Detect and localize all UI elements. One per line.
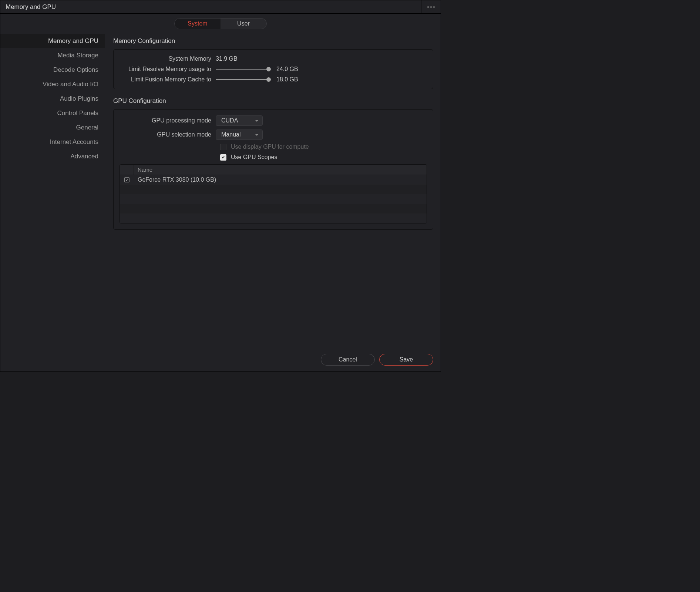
gpu-processing-value: CUDA xyxy=(221,117,238,124)
gpu-header-name: Name xyxy=(134,166,152,173)
gpu-table: Name GeForce RTX 3080 (10.0 GB) xyxy=(120,164,427,223)
gpu-row-empty xyxy=(120,194,427,204)
sidebar-item-video-audio-io[interactable]: Video and Audio I/O xyxy=(0,77,105,91)
system-memory-label: System Memory xyxy=(120,56,216,62)
gpu-row[interactable]: GeForce RTX 3080 (10.0 GB) xyxy=(120,175,427,185)
resolve-memory-slider[interactable] xyxy=(216,69,271,70)
sidebar-item-control-panels[interactable]: Control Panels xyxy=(0,106,105,120)
gpu-row-empty xyxy=(120,204,427,213)
save-button[interactable]: Save xyxy=(379,354,433,366)
gpu-processing-label: GPU processing mode xyxy=(120,117,216,124)
dots-icon xyxy=(430,6,432,8)
cancel-button[interactable]: Cancel xyxy=(321,354,375,366)
gpu-row-empty xyxy=(120,213,427,223)
use-display-gpu-label: Use display GPU for compute xyxy=(231,144,309,150)
use-display-gpu-checkbox xyxy=(220,144,226,150)
top-tabs: System User xyxy=(0,14,441,34)
gpu-row-checkbox[interactable] xyxy=(124,177,129,182)
memory-panel: System Memory 31.9 GB Limit Resolve Memo… xyxy=(113,49,433,89)
fusion-memory-value: 18.0 GB xyxy=(276,76,298,83)
gpu-section-title: GPU Configuration xyxy=(113,97,433,105)
fusion-memory-label: Limit Fusion Memory Cache to xyxy=(120,76,216,83)
gpu-selection-value: Manual xyxy=(221,131,240,138)
sidebar-item-media-storage[interactable]: Media Storage xyxy=(0,48,105,63)
chevron-down-icon xyxy=(255,120,259,122)
system-user-segmented: System User xyxy=(174,18,267,29)
sidebar-item-internet-accounts[interactable]: Internet Accounts xyxy=(0,135,105,149)
titlebar: Memory and GPU xyxy=(0,0,441,14)
tab-user[interactable]: User xyxy=(221,18,266,29)
gpu-header-checkbox-col xyxy=(120,165,134,175)
window-title: Memory and GPU xyxy=(0,3,56,11)
footer: Cancel Save xyxy=(113,347,433,366)
main-content: Memory Configuration System Memory 31.9 … xyxy=(105,34,441,372)
fusion-memory-slider[interactable] xyxy=(216,79,271,80)
chevron-down-icon xyxy=(255,134,259,136)
system-memory-value: 31.9 GB xyxy=(216,56,238,62)
sidebar-item-audio-plugins[interactable]: Audio Plugins xyxy=(0,91,105,106)
gpu-processing-dropdown[interactable]: CUDA xyxy=(216,115,263,126)
options-menu-button[interactable] xyxy=(421,0,441,13)
tab-system[interactable]: System xyxy=(175,18,221,29)
sidebar-item-general[interactable]: General xyxy=(0,120,105,135)
dots-icon xyxy=(433,6,435,8)
gpu-row-empty xyxy=(120,185,427,194)
dots-icon xyxy=(427,6,429,8)
gpu-selection-label: GPU selection mode xyxy=(120,131,216,138)
sidebar-item-decode-options[interactable]: Decode Options xyxy=(0,63,105,77)
gpu-panel: GPU processing mode CUDA GPU selection m… xyxy=(113,109,433,230)
gpu-selection-dropdown[interactable]: Manual xyxy=(216,130,263,140)
sidebar-item-advanced[interactable]: Advanced xyxy=(0,149,105,164)
resolve-memory-label: Limit Resolve Memory usage to xyxy=(120,66,216,73)
sidebar-item-memory-gpu[interactable]: Memory and GPU xyxy=(0,34,105,48)
use-gpu-scopes-label: Use GPU Scopes xyxy=(231,154,277,161)
sidebar: Memory and GPU Media Storage Decode Opti… xyxy=(0,34,105,372)
memory-section-title: Memory Configuration xyxy=(113,37,433,45)
use-gpu-scopes-checkbox[interactable] xyxy=(220,154,226,161)
gpu-row-name: GeForce RTX 3080 (10.0 GB) xyxy=(134,176,216,183)
resolve-memory-value: 24.0 GB xyxy=(276,66,298,73)
